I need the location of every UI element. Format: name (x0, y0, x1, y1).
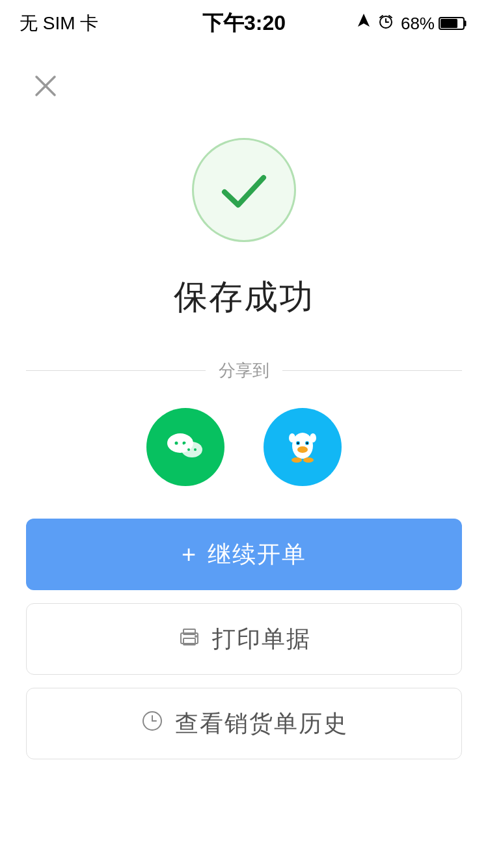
svg-point-18 (306, 442, 308, 444)
location-icon (357, 12, 371, 35)
history-button[interactable]: 查看销货单历史 (26, 688, 462, 759)
battery-block: 68% (401, 14, 468, 34)
svg-rect-5 (441, 19, 457, 28)
checkmark-icon (215, 161, 273, 219)
svg-point-20 (289, 433, 295, 442)
print-label: 打印单据 (212, 623, 311, 655)
history-icon (140, 709, 165, 739)
share-divider: 分享到 (26, 359, 462, 382)
status-right-group: 68% (357, 12, 468, 35)
continue-order-button[interactable]: + 继续开单 (26, 519, 462, 590)
svg-point-23 (303, 457, 314, 463)
battery-icon (439, 16, 468, 31)
svg-point-17 (297, 442, 299, 444)
status-time: 下午3:20 (202, 9, 286, 38)
svg-point-14 (292, 433, 313, 459)
buttons-section: + 继续开单 打印单据 (26, 519, 462, 785)
svg-point-12 (187, 448, 190, 451)
status-bar: 无 SIM 卡 下午3:20 (0, 0, 488, 47)
print-button[interactable]: 打印单据 (26, 603, 462, 675)
qq-share-button[interactable] (264, 408, 342, 486)
wechat-icon (162, 424, 209, 470)
wechat-share-button[interactable] (146, 408, 224, 486)
success-title: 保存成功 (174, 275, 314, 320)
svg-point-21 (310, 433, 316, 442)
continue-order-label: 继续开单 (208, 539, 306, 571)
alarm-icon (377, 13, 394, 34)
svg-point-11 (182, 442, 202, 457)
status-carrier: 无 SIM 卡 (20, 11, 105, 36)
qq-icon (279, 424, 326, 470)
share-icons (26, 408, 462, 486)
svg-point-22 (291, 457, 302, 463)
svg-point-9 (175, 442, 178, 445)
close-button[interactable] (20, 60, 72, 112)
carrier-text: 无 SIM 卡 (20, 11, 98, 36)
history-label: 查看销货单历史 (175, 708, 348, 740)
share-label: 分享到 (219, 359, 269, 382)
main-content: 保存成功 分享到 (0, 112, 488, 868)
success-icon-wrapper (192, 138, 296, 242)
print-icon (177, 624, 202, 655)
svg-point-13 (194, 448, 197, 451)
share-section: 分享到 (26, 359, 462, 486)
svg-point-27 (195, 635, 197, 638)
continue-plus-icon: + (182, 541, 197, 569)
battery-percent: 68% (401, 14, 435, 34)
